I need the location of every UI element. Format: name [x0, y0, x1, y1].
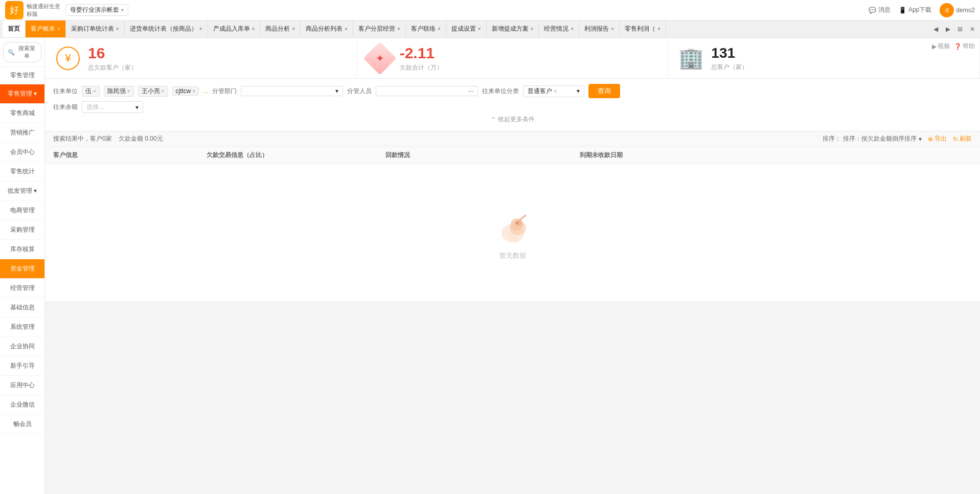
store-select[interactable]: 母婴行业演示帐套 ▾: [65, 4, 128, 16]
query-button[interactable]: 查询: [588, 84, 620, 98]
sidebar-item-enterprise-wechat[interactable]: 企业微信: [0, 395, 44, 415]
tab-retail-profit[interactable]: 零售利润（ ×: [620, 20, 666, 38]
close-icon[interactable]: ×: [252, 26, 255, 32]
stat-help-links: ▶ 视频 ❓ 帮助: [932, 42, 975, 51]
sidebar-item-finance-mgmt[interactable]: 资金管理: [0, 259, 44, 279]
total-customers-number: 131: [711, 44, 748, 62]
chevron-icon: ▾: [34, 187, 37, 194]
top-bar: 好 畅捷通好生意 标版 母婴行业演示帐套 ▾ 💬 消息 📱 App下载 d de…: [0, 0, 980, 20]
user-profile[interactable]: d demo2: [940, 3, 975, 17]
staff-select[interactable]: ···: [376, 86, 478, 96]
nav-expand-button[interactable]: ⊞: [955, 24, 965, 34]
sidebar-item-purchase-mgmt[interactable]: 采购管理: [0, 220, 44, 240]
video-link[interactable]: ▶ 视频: [932, 42, 950, 51]
close-icon[interactable]: ×: [531, 26, 534, 32]
sidebar-item-enterprise-collab[interactable]: 企业协同: [0, 337, 44, 356]
content-area: ¥ 16 总欠款客户（家） ✦ -2.11 欠款合计: [45, 38, 980, 494]
app-download-button[interactable]: 📱 App下载: [899, 6, 931, 14]
filter-row-main: 往来单位 伍 × 陈民强 × 王小亮 × cjttcw × ...: [53, 84, 972, 98]
nav-prev-button[interactable]: ◀: [930, 24, 941, 34]
close-icon[interactable]: ×: [611, 26, 614, 32]
export-button[interactable]: ⊕ 导出: [928, 134, 947, 143]
tab-purchase-order[interactable]: 采购订单统计表 ×: [66, 20, 125, 38]
close-icon[interactable]: ×: [57, 26, 60, 32]
sort-select[interactable]: 排序： 排序：按欠款金额倒序排序 ▾: [823, 134, 922, 143]
tab-product-analysis[interactable]: 商品分析 ×: [260, 20, 301, 38]
total-debt-label: 欠款合计（万）: [400, 63, 443, 72]
close-icon[interactable]: ×: [438, 26, 441, 32]
close-icon[interactable]: ×: [199, 26, 202, 32]
total-customers-label: 总客户（家）: [711, 63, 748, 72]
remove-tag-icon[interactable]: ×: [193, 88, 196, 94]
sidebar-item-quick-nav[interactable]: 零售管理: [0, 67, 44, 84]
filter-tag-unit2[interactable]: 陈民强 ×: [104, 86, 134, 97]
close-icon[interactable]: ×: [292, 26, 295, 32]
filter-more-button[interactable]: ...: [203, 87, 208, 95]
sidebar-item-sys-mgmt[interactable]: 系统管理: [0, 318, 44, 337]
sidebar-item-basic-info[interactable]: 基础信息: [0, 298, 44, 318]
sidebar-item-member-center[interactable]: 会员中心: [0, 143, 44, 162]
remove-category-icon[interactable]: ×: [554, 88, 557, 94]
tab-home[interactable]: 首页: [3, 20, 26, 38]
chevron-down-icon: ▾: [335, 87, 338, 95]
stat-icon-debt: ✦: [367, 46, 393, 71]
refresh-button[interactable]: ↻ 刷新: [953, 134, 972, 143]
remove-tag-icon[interactable]: ×: [162, 88, 165, 94]
close-icon[interactable]: ×: [116, 26, 119, 32]
tab-customer-contact[interactable]: 客户联络 ×: [406, 20, 446, 38]
sidebar-item-retail-mall[interactable]: 零售商城: [0, 104, 44, 123]
sidebar-item-retail-mgmt[interactable]: 零售管理 ▾: [0, 84, 44, 104]
close-icon[interactable]: ×: [571, 26, 574, 32]
nav-close-button[interactable]: ✕: [967, 24, 977, 34]
remainder-select[interactable]: 选择... ▾: [82, 101, 143, 113]
help-link[interactable]: ❓ 帮助: [954, 42, 975, 51]
empty-state: 暂无数据: [45, 164, 980, 301]
sidebar-item-retail-stats[interactable]: 零售统计: [0, 162, 44, 182]
result-actions: 排序： 排序：按欠款金额倒序排序 ▾ ⊕ 导出 ↻ 刷新: [823, 134, 972, 143]
close-icon[interactable]: ×: [657, 26, 660, 32]
filter-tag-unit4[interactable]: cjttcw ×: [172, 86, 199, 96]
remove-tag-icon[interactable]: ×: [93, 88, 96, 94]
nav-next-button[interactable]: ▶: [943, 24, 953, 34]
sidebar-item-vip-member[interactable]: 畅会员: [0, 415, 44, 434]
chevron-down-icon: ▾: [135, 104, 139, 111]
tab-profit-report[interactable]: 利润报告 ×: [579, 20, 620, 38]
remove-tag-icon[interactable]: ×: [127, 88, 130, 94]
sidebar-item-wholesale-mgmt[interactable]: 批发管理 ▾: [0, 182, 44, 201]
staff-filter-label: 分管人员: [347, 87, 372, 96]
tab-new-promo-plan[interactable]: 新增提成方案 ×: [487, 20, 539, 38]
sidebar-item-marketing[interactable]: 营销推广: [0, 123, 44, 143]
more-icon: ···: [468, 87, 473, 95]
close-icon[interactable]: ×: [478, 26, 481, 32]
search-menu-button[interactable]: 🔍 搜索菜单: [3, 42, 41, 62]
close-icon[interactable]: ×: [397, 26, 400, 32]
stat-icon-total: 🏢: [678, 46, 704, 71]
sidebar-item-inventory[interactable]: 库存核算: [0, 240, 44, 259]
sidebar-item-app-center[interactable]: 应用中心: [0, 376, 44, 395]
chevron-down-icon: ▾: [919, 136, 922, 143]
stat-icon-customers: ¥: [55, 46, 81, 71]
message-button[interactable]: 💬 消息: [869, 6, 891, 14]
close-icon[interactable]: ×: [345, 26, 348, 32]
tab-product-analysis-list[interactable]: 商品分析列表 ×: [301, 20, 353, 38]
filter-tag-unit1[interactable]: 伍 ×: [82, 86, 100, 97]
tab-business-status[interactable]: 经营情况 ×: [539, 20, 579, 38]
category-select[interactable]: 普通客户 × ▾: [523, 85, 584, 97]
sidebar-item-ops-mgmt[interactable]: 经营管理: [0, 279, 44, 298]
collapse-button[interactable]: ⌃ 收起更多条件: [53, 113, 972, 126]
sidebar-item-ecommerce[interactable]: 电商管理: [0, 201, 44, 220]
filter-tag-unit3[interactable]: 王小亮 ×: [138, 86, 168, 97]
logo-icon: 好: [5, 1, 24, 19]
dept-select[interactable]: ▾: [241, 86, 343, 96]
sidebar-item-new-guide[interactable]: 新手引导: [0, 356, 44, 376]
tab-promo-settings[interactable]: 提成设置 ×: [446, 20, 487, 38]
tab-customer-tier[interactable]: 客户分层经营 ×: [353, 20, 406, 38]
total-debt-customers-label: 总欠款客户（家）: [88, 63, 137, 72]
tab-customer-account[interactable]: 客户账本 ×: [26, 20, 66, 38]
filter-area: 往来单位 伍 × 陈民强 × 王小亮 × cjttcw × ...: [45, 79, 980, 131]
tab-inbound-stats[interactable]: 进货单统计表（按商品） ×: [125, 20, 208, 38]
svg-point-5: [515, 221, 518, 224]
col-header-date: 到期未收款日期: [580, 151, 972, 160]
tab-production-inbound[interactable]: 产成品入库单 ×: [208, 20, 261, 38]
svg-line-4: [520, 215, 526, 219]
